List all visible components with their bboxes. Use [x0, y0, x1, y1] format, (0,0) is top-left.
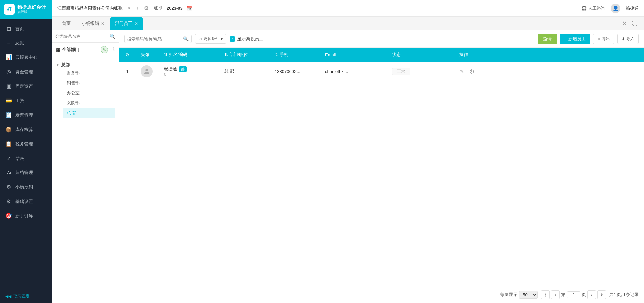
- add-employee-button[interactable]: + 新增员工: [560, 34, 590, 44]
- account-period-value: 2023-03: [167, 6, 183, 11]
- row-index: 1: [119, 62, 136, 81]
- row-name-code: 畅捷通 部 0: [159, 62, 220, 81]
- show-resigned-checkbox[interactable]: ✓: [230, 36, 235, 42]
- col-email: Email: [320, 48, 387, 62]
- col-dept-position[interactable]: ⇅ 部门/职位: [220, 48, 270, 62]
- dept-search-input[interactable]: [55, 34, 108, 39]
- more-conditions-button[interactable]: ⊿ 更多条件 ▾: [195, 34, 226, 44]
- show-resigned-toggle[interactable]: ✓ 显示离职员工: [230, 36, 263, 42]
- sidebar-item-general-ledger[interactable]: ≡ 总账: [0, 36, 52, 50]
- sidebar-item-xiaochang[interactable]: ⚙ 小畅报销: [0, 180, 52, 194]
- tab-home[interactable]: 首页: [57, 17, 75, 30]
- sidebar-item-invoice[interactable]: 🧾 发票管理: [0, 108, 52, 122]
- sidebar-item-fund[interactable]: ◎ 资金管理: [0, 64, 52, 79]
- invoice-icon: 🧾: [5, 112, 12, 118]
- next-page-button[interactable]: ›: [587, 290, 596, 299]
- page-input[interactable]: [567, 291, 580, 298]
- dept-search-bar: 🔍: [52, 30, 119, 43]
- close-xiaochang-tab-icon[interactable]: ✕: [101, 21, 104, 26]
- dept-group-root: ▼ 总部 财务部 销售部 办公室 采购部 总 部: [52, 60, 119, 120]
- sidebar-item-inventory[interactable]: 📦 库存核算: [0, 122, 52, 137]
- sidebar-label-salary: 工资: [15, 98, 24, 104]
- settings-icon: ⚙: [5, 198, 12, 205]
- toolbar-right: 邀请 + 新增员工 ⬆ 导出 ⬇ 导入: [538, 34, 639, 44]
- tabbar: 首页 小畅报销 ✕ 部门员工 ✕ ✕ ⛶: [52, 17, 644, 30]
- tab-dept-employee[interactable]: 部门员工 ✕: [110, 17, 143, 30]
- first-page-button[interactable]: ⟪: [541, 290, 550, 299]
- sidebar-item-fixed-assets[interactable]: ▣ 固定资产: [0, 79, 52, 93]
- employee-table-container: ⚙ 头像 ⇅ 姓名/编码 ⇅ 部门/职位 ⇅ 手机 Email: [119, 48, 644, 286]
- topbar: 江西服宝精品有限责任公司内账张 ▾ ＋ ⚙ 账期 2023-03 📅 🎧 人工咨…: [52, 0, 644, 17]
- close-tab-button[interactable]: ✕: [621, 19, 628, 28]
- sidebar-item-newbie[interactable]: 🎯 新手引导: [0, 209, 52, 223]
- sidebar-label-newbie: 新手引导: [15, 213, 33, 219]
- username: 畅捷通: [626, 5, 639, 11]
- fund-icon: ◎: [5, 69, 12, 75]
- cancel-pin-button[interactable]: ◀◀ 取消固定: [0, 289, 52, 303]
- sidebar-item-tax[interactable]: 📋 税务管理: [0, 137, 52, 151]
- row-avatar: [136, 62, 159, 81]
- sidebar-item-basic-settings[interactable]: ⚙ 基础设置: [0, 194, 52, 209]
- sidebar-label-fixed-assets: 固定资产: [15, 83, 33, 89]
- sidebar-item-home[interactable]: ⊞ 首页: [0, 21, 52, 36]
- col-name-code[interactable]: ⇅ 姓名/编码: [159, 48, 220, 62]
- per-page-select[interactable]: 10 20 50 100: [519, 291, 538, 299]
- sidebar-item-archive[interactable]: 🗂 归档管理: [0, 166, 52, 180]
- last-page-button[interactable]: ⟫: [597, 290, 606, 299]
- consult-button[interactable]: 🎧 人工咨询: [581, 5, 605, 11]
- add-tab-button[interactable]: ＋: [135, 5, 140, 12]
- col-phone[interactable]: ⇅ 手机: [270, 48, 320, 62]
- tab-xiaochang[interactable]: 小畅报销 ✕: [77, 17, 109, 30]
- delete-employee-button[interactable]: ⏻: [469, 68, 475, 75]
- dept-header: ▦ 全部部门 ✎ 《: [52, 43, 119, 57]
- import-icon: ⬇: [622, 37, 625, 41]
- page-prefix: 第: [561, 292, 566, 298]
- dept-search-icon[interactable]: 🔍: [110, 34, 115, 39]
- invite-button[interactable]: 邀请: [538, 34, 557, 44]
- sidebar-label-inventory: 库存核算: [15, 127, 33, 133]
- employee-code: 0: [164, 72, 215, 77]
- sidebar-label-archive: 归档管理: [15, 170, 33, 176]
- employee-search-wrap: 🔍: [124, 35, 192, 43]
- export-label: 导出: [602, 36, 610, 42]
- dept-child-purchasing[interactable]: 采购部: [63, 98, 115, 108]
- sidebar-label-basic-settings: 基础设置: [15, 199, 33, 205]
- main-area: 江西服宝精品有限责任公司内账张 ▾ ＋ ⚙ 账期 2023-03 📅 🎧 人工咨…: [52, 0, 644, 303]
- archive-icon: 🗂: [5, 170, 12, 176]
- employee-search-input[interactable]: [127, 37, 181, 41]
- col-settings[interactable]: ⚙: [119, 48, 136, 62]
- close-dept-employee-tab-icon[interactable]: ✕: [135, 21, 138, 26]
- company-dropdown-arrow[interactable]: ▾: [128, 6, 130, 11]
- export-button[interactable]: ⬆ 导出: [593, 34, 614, 44]
- root-dept-label: 总部: [61, 62, 70, 68]
- add-dept-button[interactable]: ✎: [101, 46, 108, 53]
- row-status: 正常: [387, 62, 454, 81]
- newbie-icon: 🎯: [5, 213, 12, 219]
- maximize-tab-button[interactable]: ⛶: [631, 19, 639, 28]
- tax-icon: 📋: [5, 141, 12, 147]
- dept-child-finance[interactable]: 财务部: [63, 68, 115, 78]
- dept-child-office[interactable]: 办公室: [63, 88, 115, 98]
- employee-table: ⚙ 头像 ⇅ 姓名/编码 ⇅ 部门/职位 ⇅ 手机 Email: [119, 48, 644, 81]
- calendar-icon[interactable]: 📅: [187, 6, 192, 11]
- employee-avatar: [141, 65, 153, 77]
- employee-search-icon[interactable]: 🔍: [183, 36, 189, 41]
- chart-icon: 📊: [5, 54, 12, 60]
- account-period-label: 账期: [154, 5, 163, 11]
- avatar-icon: 👤: [613, 6, 619, 11]
- cancel-pin-label: 取消固定: [13, 293, 30, 299]
- root-collapse-icon[interactable]: ▼: [56, 63, 59, 67]
- sidebar-item-settlement[interactable]: ✓ 结账: [0, 151, 52, 166]
- collapse-dept-button[interactable]: 《: [110, 46, 115, 53]
- dept-child-sales[interactable]: 销售部: [63, 78, 115, 88]
- edit-employee-button[interactable]: ✎: [459, 68, 465, 75]
- topbar-settings-icon[interactable]: ⚙: [144, 5, 149, 11]
- filter-icon: ⊿: [199, 37, 202, 41]
- per-page-select-wrap: 每页显示 10 20 50 100: [500, 291, 538, 299]
- sidebar-item-salary[interactable]: 💳 工资: [0, 93, 52, 108]
- dept-child-headquarters[interactable]: 总 部: [63, 108, 115, 118]
- row-actions: ✎ ⏻: [454, 62, 644, 81]
- sidebar-item-reports[interactable]: 📊 云报表中心: [0, 50, 52, 64]
- import-button[interactable]: ⬇ 导入: [617, 34, 639, 44]
- prev-page-button[interactable]: ‹: [551, 290, 560, 299]
